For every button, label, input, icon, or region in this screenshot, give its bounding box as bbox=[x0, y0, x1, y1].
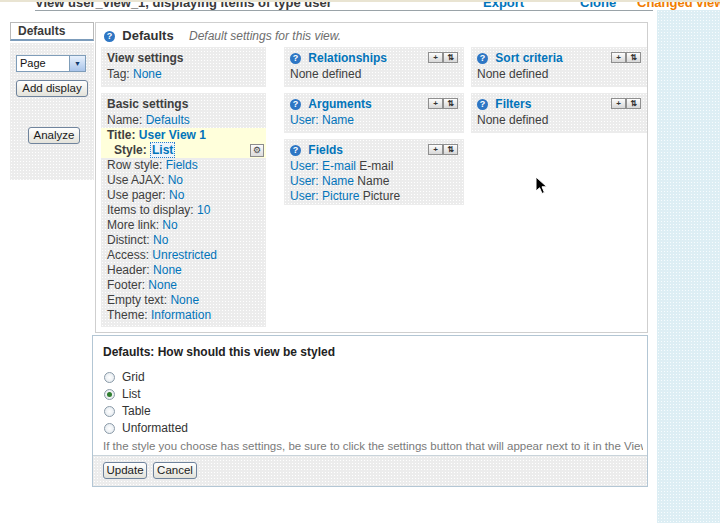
tab-defaults[interactable]: Defaults bbox=[10, 22, 94, 41]
help-icon[interactable]: ? bbox=[290, 145, 301, 156]
rearrange-icon[interactable]: ⇅ bbox=[626, 98, 641, 109]
help-icon[interactable]: ? bbox=[477, 99, 488, 110]
argument-link[interactable]: User: Name bbox=[290, 113, 354, 127]
view-settings-box: View settings Tag: None bbox=[101, 47, 266, 87]
field-label: Picture bbox=[363, 189, 400, 203]
form-button-strip: Update Cancel bbox=[93, 455, 647, 486]
radio-icon[interactable] bbox=[104, 372, 115, 383]
filters-box: ? Filters +⇅ None defined bbox=[471, 93, 647, 133]
field-link[interactable]: User: Picture bbox=[290, 189, 359, 203]
tag-value-link[interactable]: None bbox=[133, 67, 162, 81]
form-description: If the style you choose has settings, be… bbox=[103, 440, 643, 452]
fields-box: ? Fields +⇅ User: E-mail E-mail User: Na… bbox=[284, 139, 464, 205]
use-pager-value-link[interactable]: No bbox=[169, 188, 184, 202]
setting-row: Empty text: None bbox=[101, 293, 266, 308]
page-title-bar: View user_view_1, displaying items of ty… bbox=[0, 2, 720, 10]
items-to-display-value-link[interactable]: 10 bbox=[197, 203, 210, 217]
filters-title-link[interactable]: Filters bbox=[495, 97, 531, 111]
arguments-title-link[interactable]: Arguments bbox=[308, 97, 371, 111]
add-icon[interactable]: + bbox=[611, 52, 626, 63]
view-summary-panel: ? Defaults Default settings for this vie… bbox=[95, 22, 648, 333]
add-display-button[interactable]: Add display bbox=[16, 80, 88, 97]
distinct-value-link[interactable]: No bbox=[153, 233, 168, 247]
style-settings-form: Defaults: How should this view be styled… bbox=[92, 335, 648, 487]
empty-text-value-link[interactable]: None bbox=[170, 293, 199, 307]
argument-item: User: Name bbox=[284, 113, 464, 128]
field-link[interactable]: User: Name bbox=[290, 174, 354, 188]
field-link[interactable]: User: E-mail bbox=[290, 159, 356, 173]
radio-label: Table bbox=[122, 404, 151, 418]
setting-row: More link: No bbox=[101, 218, 266, 233]
page-right-margin bbox=[657, 10, 720, 523]
style-value-link[interactable]: List bbox=[150, 142, 175, 158]
add-icon[interactable]: + bbox=[611, 98, 626, 109]
setting-label: Footer: bbox=[107, 278, 145, 292]
more-link-value-link[interactable]: No bbox=[162, 218, 177, 232]
display-type-select[interactable]: Page ▼ bbox=[16, 55, 86, 72]
add-icon[interactable]: + bbox=[428, 52, 443, 63]
display-type-select-value: Page bbox=[20, 57, 46, 69]
setting-label: Name: bbox=[107, 113, 142, 127]
fields-title-link[interactable]: Fields bbox=[308, 143, 343, 157]
title-value-link[interactable]: User View 1 bbox=[139, 128, 206, 142]
help-icon[interactable]: ? bbox=[290, 99, 301, 110]
clone-link[interactable]: Clone bbox=[580, 2, 616, 10]
radio-icon[interactable] bbox=[104, 423, 115, 434]
sort-criteria-title-link[interactable]: Sort criteria bbox=[495, 51, 562, 65]
radio-icon[interactable] bbox=[104, 406, 115, 417]
setting-label: Distinct: bbox=[107, 233, 150, 247]
add-icon[interactable]: + bbox=[428, 98, 443, 109]
row-style-value-link[interactable]: Fields bbox=[166, 158, 198, 172]
access-value-link[interactable]: Unrestricted bbox=[152, 248, 217, 262]
setting-label: Items to display: bbox=[107, 203, 194, 217]
help-icon[interactable]: ? bbox=[104, 31, 115, 42]
cancel-button[interactable]: Cancel bbox=[153, 462, 197, 479]
view-settings-title: View settings bbox=[107, 51, 260, 65]
export-link[interactable]: Export bbox=[483, 2, 524, 10]
setting-row: Items to display: 10 bbox=[101, 203, 266, 218]
title-divider bbox=[35, 10, 653, 11]
basic-settings-title: Basic settings bbox=[107, 97, 260, 111]
name-value-link[interactable]: Defaults bbox=[146, 113, 190, 127]
setting-row: Footer: None bbox=[101, 278, 266, 293]
radio-checked-icon[interactable] bbox=[104, 389, 115, 400]
chevron-down-icon[interactable]: ▼ bbox=[69, 56, 85, 71]
header-value-link[interactable]: None bbox=[153, 263, 182, 277]
field-item: User: Picture Picture bbox=[284, 189, 464, 204]
rearrange-icon[interactable]: ⇅ bbox=[626, 52, 641, 63]
radio-label: Unformatted bbox=[122, 421, 188, 435]
setting-label: Theme: bbox=[107, 308, 148, 322]
use-ajax-value-link[interactable]: No bbox=[168, 173, 183, 187]
add-icon[interactable]: + bbox=[428, 144, 443, 155]
rearrange-icon[interactable]: ⇅ bbox=[443, 98, 458, 109]
radio-option-table[interactable]: Table bbox=[104, 404, 151, 418]
setting-label: Title: bbox=[107, 128, 135, 142]
radio-option-grid[interactable]: Grid bbox=[104, 370, 145, 384]
radio-option-unformatted[interactable]: Unformatted bbox=[104, 421, 188, 435]
help-icon[interactable]: ? bbox=[290, 53, 301, 64]
analyze-button[interactable]: Analyze bbox=[28, 127, 80, 144]
field-label: E-mail bbox=[359, 159, 393, 173]
setting-label: Access: bbox=[107, 248, 149, 262]
rearrange-icon[interactable]: ⇅ bbox=[443, 144, 458, 155]
setting-label: Style: bbox=[107, 143, 147, 157]
setting-row: Use AJAX: No bbox=[101, 173, 266, 188]
setting-row: Header: None bbox=[101, 263, 266, 278]
rearrange-icon[interactable]: ⇅ bbox=[443, 52, 458, 63]
theme-value-link[interactable]: Information bbox=[151, 308, 211, 322]
summary-title: Defaults bbox=[122, 28, 173, 43]
arguments-box: ? Arguments +⇅ User: Name bbox=[284, 93, 464, 133]
view-page-title: View user_view_1, displaying items of ty… bbox=[35, 2, 332, 10]
radio-label: List bbox=[122, 387, 141, 401]
style-settings-gear-icon[interactable]: ⚙ bbox=[250, 144, 264, 157]
summary-header: ? Defaults Default settings for this vie… bbox=[104, 28, 341, 43]
relationships-title-link[interactable]: Relationships bbox=[308, 51, 387, 65]
footer-value-link[interactable]: None bbox=[148, 278, 177, 292]
empty-text: None defined bbox=[471, 113, 647, 128]
empty-text: None defined bbox=[284, 67, 464, 82]
help-icon[interactable]: ? bbox=[477, 53, 488, 64]
update-button[interactable]: Update bbox=[103, 462, 147, 479]
setting-label: Tag: bbox=[107, 67, 130, 81]
radio-option-list[interactable]: List bbox=[104, 387, 141, 401]
setting-label: Row style: bbox=[107, 158, 162, 172]
